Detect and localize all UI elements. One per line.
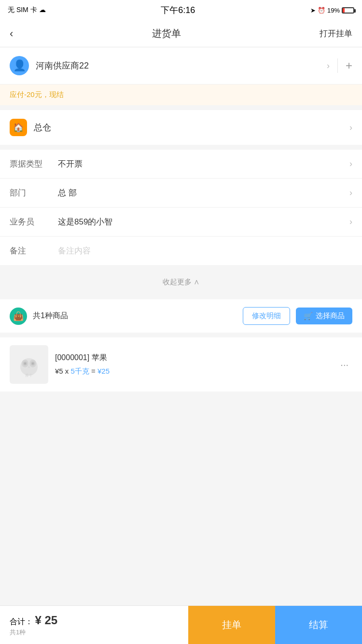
warehouse-card[interactable]: 🏠 总仓 › bbox=[0, 110, 362, 145]
remark-label: 备注 bbox=[10, 245, 58, 256]
chevron-right-icon: › bbox=[349, 188, 352, 198]
products-count: 共1种商品 bbox=[33, 311, 237, 321]
product-item: 兽十 [0000001] 苹果 ¥5 x 5千克 = ¥25 ··· bbox=[0, 337, 362, 392]
product-name: [0000001] 苹果 bbox=[55, 353, 330, 363]
svg-point-5 bbox=[24, 363, 26, 364]
person-icon: 👤 bbox=[13, 59, 26, 72]
collapse-row[interactable]: 收起更多 ∧ bbox=[0, 270, 362, 294]
warehouse-row[interactable]: 🏠 总仓 › bbox=[0, 110, 362, 145]
add-button[interactable]: + bbox=[346, 59, 352, 72]
select-product-label: 选择商品 bbox=[316, 311, 345, 321]
dept-row[interactable]: 部门 总 部 › bbox=[0, 178, 362, 207]
house-icon: 🏠 bbox=[13, 122, 24, 133]
open-hang-button[interactable]: 打开挂单 bbox=[320, 28, 352, 39]
sales-value: 这是859的小智 bbox=[58, 216, 349, 227]
remark-row[interactable]: 备注 备注内容 bbox=[0, 236, 362, 265]
svg-point-6 bbox=[32, 363, 34, 364]
sales-row[interactable]: 业务员 这是859的小智 › bbox=[0, 207, 362, 236]
supplier-card: 👤 河南供应商22 › + 应付-20元，现结 bbox=[0, 47, 362, 105]
sales-label: 业务员 bbox=[10, 216, 58, 227]
warehouse-icon: 🏠 bbox=[10, 119, 27, 136]
dept-label: 部门 bbox=[10, 187, 58, 198]
warehouse-name: 总仓 bbox=[34, 122, 349, 133]
chevron-right-icon: › bbox=[349, 123, 352, 133]
bill-type-value: 不开票 bbox=[58, 158, 349, 169]
supplier-avatar: 👤 bbox=[10, 56, 29, 75]
multiply-sign: x bbox=[65, 367, 71, 375]
products-section: 👜 共1种商品 修改明细 🛒 选择商品 bbox=[0, 299, 362, 333]
hang-button[interactable]: 挂单 bbox=[188, 606, 275, 644]
chevron-right-icon: › bbox=[327, 61, 330, 71]
product-code: [0000001] bbox=[55, 353, 89, 362]
products-header: 👜 共1种商品 修改明细 🛒 选择商品 bbox=[0, 299, 362, 333]
status-bar: 无 SIM 卡 ☁ 下午6:16 ➤ ⏰ 19% bbox=[0, 0, 362, 20]
battery-percent: 19% bbox=[327, 7, 340, 14]
nav-bar: ‹ 进货单 打开挂单 bbox=[0, 20, 362, 47]
select-product-button[interactable]: 🛒 选择商品 bbox=[296, 308, 352, 324]
product-title: 苹果 bbox=[92, 353, 107, 362]
quantity: 5千克 bbox=[71, 367, 89, 375]
remark-placeholder[interactable]: 备注内容 bbox=[58, 245, 352, 256]
total-section: 合计： ¥ 25 共1种 bbox=[0, 614, 188, 637]
alarm-icon: ⏰ bbox=[318, 7, 325, 14]
back-button[interactable]: ‹ bbox=[6, 24, 17, 44]
products-icon: 👜 bbox=[10, 308, 27, 325]
total-label: 合计： bbox=[10, 617, 33, 626]
total-count: 共1种 bbox=[10, 628, 179, 637]
supplier-row[interactable]: 👤 河南供应商22 › + bbox=[0, 47, 362, 84]
product-thumbnail: 兽十 bbox=[10, 345, 48, 384]
chevron-right-icon: › bbox=[349, 217, 352, 227]
status-right: ➤ ⏰ 19% bbox=[310, 7, 354, 14]
form-card: 票据类型 不开票 › 部门 总 部 › 业务员 这是859的小智 › 备注 备注… bbox=[0, 150, 362, 265]
sim-status: 无 SIM 卡 ☁ bbox=[8, 6, 46, 14]
unit-price: ¥5 bbox=[55, 367, 63, 375]
vertical-divider bbox=[337, 58, 338, 73]
product-info: [0000001] 苹果 ¥5 x 5千克 = ¥25 bbox=[55, 353, 330, 376]
more-button[interactable]: ··· bbox=[336, 355, 352, 374]
bill-type-label: 票据类型 bbox=[10, 158, 58, 169]
total-price: ¥25 bbox=[97, 367, 110, 375]
main-content: 👤 河南供应商22 › + 应付-20元，现结 🏠 总仓 › 票据类型 不开票 … bbox=[0, 47, 362, 435]
supplier-name: 河南供应商22 bbox=[36, 60, 327, 71]
bottom-bar: 合计： ¥ 25 共1种 挂单 结算 bbox=[0, 605, 362, 644]
bag-icon: 👜 bbox=[13, 311, 24, 322]
cart-icon: 🛒 bbox=[304, 312, 313, 321]
dept-value: 总 部 bbox=[58, 187, 349, 198]
equals-sign: = bbox=[91, 367, 97, 375]
edit-detail-button[interactable]: 修改明细 bbox=[243, 307, 290, 325]
location-icon: ➤ bbox=[310, 7, 316, 14]
battery-icon bbox=[342, 7, 354, 14]
status-left: 无 SIM 卡 ☁ bbox=[8, 6, 46, 14]
chevron-right-icon: › bbox=[349, 159, 352, 169]
status-time: 下午6:16 bbox=[161, 4, 195, 16]
total-amount: ¥ 25 bbox=[35, 614, 57, 627]
supplier-alert: 应付-20元，现结 bbox=[0, 84, 362, 105]
bill-type-row[interactable]: 票据类型 不开票 › bbox=[0, 150, 362, 178]
page-title: 进货单 bbox=[152, 27, 181, 40]
total-line: 合计： ¥ 25 bbox=[10, 614, 179, 627]
owl-icon: 兽十 bbox=[14, 350, 43, 379]
settle-button[interactable]: 结算 bbox=[275, 606, 362, 644]
product-price: ¥5 x 5千克 = ¥25 bbox=[55, 367, 330, 376]
svg-text:兽十: 兽十 bbox=[25, 373, 33, 378]
